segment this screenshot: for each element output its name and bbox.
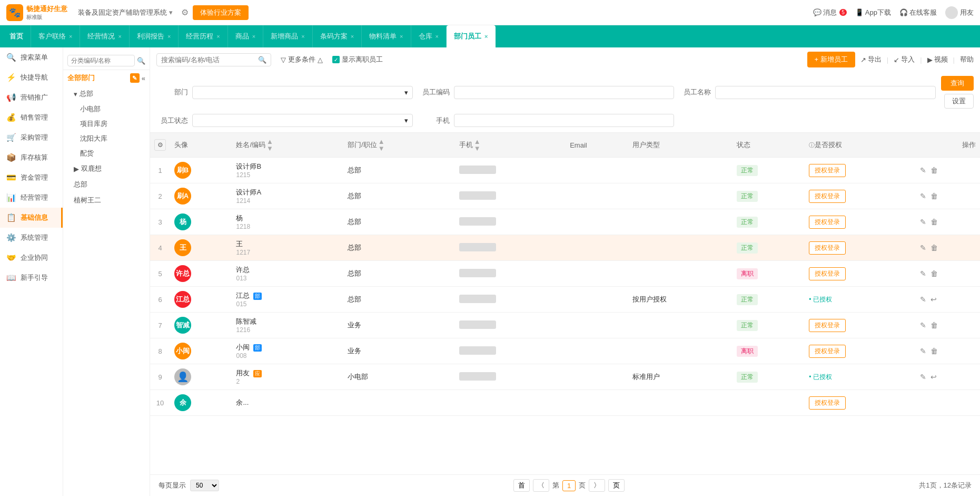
close-operations-icon[interactable]: ×: [118, 33, 121, 40]
edit-icon[interactable]: ✎: [920, 269, 926, 278]
auth-btn[interactable]: 授权登录: [809, 216, 846, 229]
edit-icon[interactable]: ✎: [920, 347, 926, 355]
edit-icon[interactable]: ✎: [920, 192, 926, 200]
tab-customers[interactable]: 客户联络 ×: [31, 25, 80, 47]
sidebar-item-search[interactable]: 🔍 搜索菜单: [0, 47, 63, 67]
edit-icon[interactable]: ✎: [920, 244, 926, 252]
sidebar-item-finance[interactable]: 💳 资金管理: [0, 168, 63, 188]
dept-search-icon[interactable]: 🔍: [137, 57, 145, 65]
dept-search-input[interactable]: [67, 55, 135, 66]
emp-code-input[interactable]: [454, 86, 675, 99]
dept-item-shuanglu[interactable]: ▶ 双鹿想: [63, 161, 150, 177]
edit-icon[interactable]: ✎: [920, 218, 926, 226]
sidebar-item-sales[interactable]: 💰 销售管理: [0, 108, 63, 128]
sidebar-item-mgmt[interactable]: 📊 经营管理: [0, 188, 63, 208]
close-dept-staff-icon[interactable]: ×: [484, 33, 488, 40]
tab-operations[interactable]: 经营情况 ×: [80, 25, 129, 47]
dept-subitem-project[interactable]: 项目库房: [63, 116, 150, 131]
close-customers-icon[interactable]: ×: [69, 33, 72, 40]
dept-item-general[interactable]: ▾ 总部: [63, 86, 150, 102]
status-filter-select[interactable]: ▾: [192, 114, 413, 127]
auth-btn[interactable]: 授权登录: [809, 345, 846, 358]
dropdown-chevron-icon[interactable]: ▾: [169, 8, 173, 16]
tab-bom[interactable]: 物料清单 ×: [362, 25, 411, 47]
online-service-btn[interactable]: 🎧 在线客服: [899, 8, 937, 17]
dept-edit-icon[interactable]: ✎: [130, 73, 140, 83]
edit-icon[interactable]: ✎: [920, 166, 926, 174]
export-btn[interactable]: ↗ 导出: [860, 55, 882, 64]
dept-all-header[interactable]: 全部部门 ✎ «: [63, 70, 150, 86]
tab-add-goods[interactable]: 新增商品 ×: [263, 25, 312, 47]
auth-btn[interactable]: 授权登录: [809, 190, 846, 203]
delete-icon[interactable]: 🗑: [930, 321, 938, 329]
sidebar-item-basic[interactable]: 📋 基础信息: [0, 208, 63, 228]
show-resigned-checkbox[interactable]: ✓: [332, 56, 340, 63]
dept-subitem-shenyang[interactable]: 沈阳大库: [63, 131, 150, 146]
dept-collapse-btn[interactable]: «: [142, 74, 145, 82]
tab-profit[interactable]: 利润报告 ×: [130, 25, 179, 47]
app-download-btn[interactable]: 📱 App下载: [855, 8, 891, 17]
delete-icon[interactable]: ↩: [930, 295, 937, 304]
delete-icon[interactable]: 🗑: [930, 244, 938, 252]
th-dept-sort[interactable]: 部门/职位 ▲▼: [348, 138, 451, 152]
tab-warehouse[interactable]: 仓库 ×: [411, 25, 447, 47]
emp-name-input[interactable]: [715, 86, 936, 99]
close-goods-icon[interactable]: ×: [252, 33, 255, 40]
user-avatar[interactable]: 用友: [945, 6, 974, 19]
add-employee-btn[interactable]: + 新增员工: [807, 52, 855, 67]
column-settings-icon[interactable]: ⚙: [154, 139, 166, 151]
settings-gear-icon[interactable]: ⚙: [181, 7, 189, 17]
first-page-btn[interactable]: 首: [513, 479, 530, 492]
import-btn[interactable]: ↙ 导入: [894, 55, 915, 64]
dept-subitem-peihua[interactable]: 配货: [63, 146, 150, 161]
delete-icon[interactable]: 🗑: [930, 218, 938, 226]
auth-btn[interactable]: 授权登录: [809, 241, 846, 255]
dept-item-zhishu[interactable]: 植树王二: [63, 192, 150, 208]
delete-icon[interactable]: 🗑: [930, 192, 938, 200]
search-icon[interactable]: 🔍: [258, 56, 266, 64]
close-history-icon[interactable]: ×: [216, 33, 220, 40]
search-input[interactable]: [161, 56, 256, 64]
edit-icon[interactable]: ✎: [920, 321, 926, 329]
auth-btn[interactable]: 授权登录: [809, 319, 846, 332]
tab-barcode[interactable]: 条码方案 ×: [313, 25, 362, 47]
sidebar-item-purchase[interactable]: 🛒 采购管理: [0, 128, 63, 148]
sidebar-item-inventory[interactable]: 📦 库存核算: [0, 148, 63, 168]
close-profit-icon[interactable]: ×: [167, 33, 171, 40]
more-filters-btn[interactable]: ▽ 更多条件 △: [276, 53, 327, 66]
sidebar-item-marketing[interactable]: 📢 营销推广: [0, 87, 63, 108]
message-btn[interactable]: 💬 消息 5: [813, 8, 847, 17]
prev-page-btn[interactable]: 〈: [533, 479, 549, 492]
trial-button[interactable]: 体验行业方案: [193, 5, 249, 20]
edit-icon[interactable]: ✎: [920, 373, 926, 381]
dept-item-zongbu[interactable]: 总部: [63, 177, 150, 192]
delete-icon[interactable]: 🗑: [930, 166, 938, 174]
phone-input[interactable]: [454, 114, 675, 127]
delete-icon[interactable]: ↩: [930, 373, 937, 381]
per-page-select[interactable]: 50 100: [190, 480, 219, 491]
tab-goods[interactable]: 商品 ×: [228, 25, 263, 47]
close-barcode-icon[interactable]: ×: [351, 33, 354, 40]
last-page-btn[interactable]: 页: [608, 479, 625, 492]
close-warehouse-icon[interactable]: ×: [435, 33, 439, 40]
search-btn[interactable]: 查询: [941, 76, 974, 91]
tab-home[interactable]: 首页: [2, 25, 31, 47]
reset-btn[interactable]: 设置: [944, 94, 974, 109]
sidebar-item-nav[interactable]: ⚡ 快捷导航: [0, 67, 63, 87]
tab-history[interactable]: 经营历程 ×: [179, 25, 227, 47]
th-phone-sort[interactable]: 手机 ▲▼: [459, 138, 561, 152]
delete-icon[interactable]: 🗑: [930, 347, 938, 355]
delete-icon[interactable]: 🗑: [930, 269, 938, 278]
dept-filter-select[interactable]: ▾: [192, 86, 413, 99]
next-page-btn[interactable]: 〉: [589, 479, 605, 492]
auth-btn[interactable]: 授权登录: [809, 164, 846, 177]
video-btn[interactable]: ▶ 视频: [927, 55, 948, 64]
edit-icon[interactable]: ✎: [920, 295, 926, 304]
close-add-goods-icon[interactable]: ×: [301, 33, 304, 40]
sidebar-item-collab[interactable]: 🤝 企业协同: [0, 248, 63, 268]
th-name-sort[interactable]: 姓名/编码 ▲▼: [236, 138, 339, 152]
close-bom-icon[interactable]: ×: [400, 33, 403, 40]
auth-btn[interactable]: 授权登录: [809, 396, 846, 410]
sidebar-item-guide[interactable]: 📖 新手引导: [0, 268, 63, 288]
help-btn[interactable]: 帮助: [960, 55, 974, 64]
